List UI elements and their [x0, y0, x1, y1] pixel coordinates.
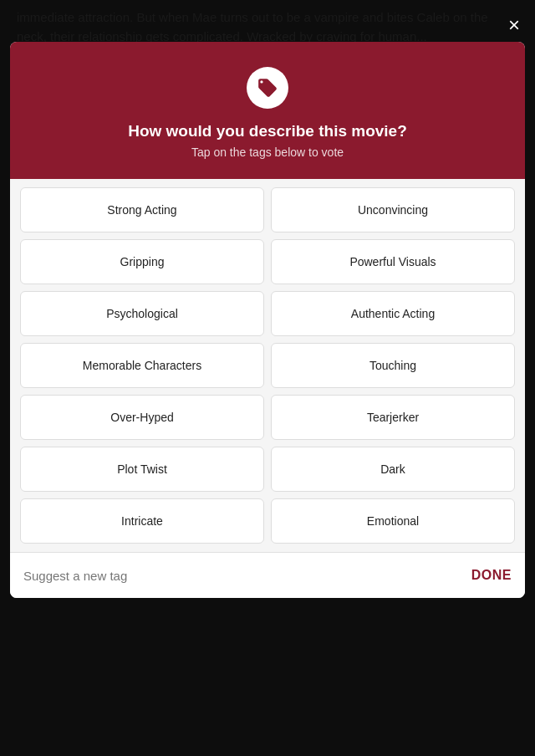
tags-grid: Strong ActingUnconvincingGrippingPowerfu…: [10, 179, 525, 552]
close-button[interactable]: ×: [508, 15, 520, 35]
tag-dark[interactable]: Dark: [271, 447, 515, 492]
suggest-tag-input[interactable]: [20, 562, 458, 590]
tag-tearjerker[interactable]: Tearjerker: [271, 395, 515, 440]
footer-area: DONE: [10, 552, 525, 598]
done-button[interactable]: DONE: [458, 561, 515, 590]
header-icon-container: [247, 67, 288, 109]
tag-over-hyped[interactable]: Over-Hyped: [20, 395, 264, 440]
modal-header: How would you describe this movie? Tap o…: [10, 42, 525, 179]
modal-subtitle: Tap on the tags below to vote: [27, 146, 508, 159]
tag-authentic-acting[interactable]: Authentic Acting: [271, 291, 515, 336]
tag-memorable-characters[interactable]: Memorable Characters: [20, 343, 264, 388]
tag-intricate[interactable]: Intricate: [20, 498, 264, 544]
tag-touching[interactable]: Touching: [271, 343, 515, 388]
tag-strong-acting[interactable]: Strong Acting: [20, 187, 264, 232]
tag-emotional[interactable]: Emotional: [271, 498, 515, 544]
modal-title: How would you describe this movie?: [27, 122, 508, 140]
tag-plot-twist[interactable]: Plot Twist: [20, 447, 264, 492]
modal-container: How would you describe this movie? Tap o…: [10, 42, 525, 598]
tag-psychological[interactable]: Psychological: [20, 291, 264, 336]
tag-icon: [257, 77, 278, 99]
tag-gripping[interactable]: Gripping: [20, 239, 264, 284]
tag-powerful-visuals[interactable]: Powerful Visuals: [271, 239, 515, 284]
tag-unconvincing[interactable]: Unconvincing: [271, 187, 515, 232]
